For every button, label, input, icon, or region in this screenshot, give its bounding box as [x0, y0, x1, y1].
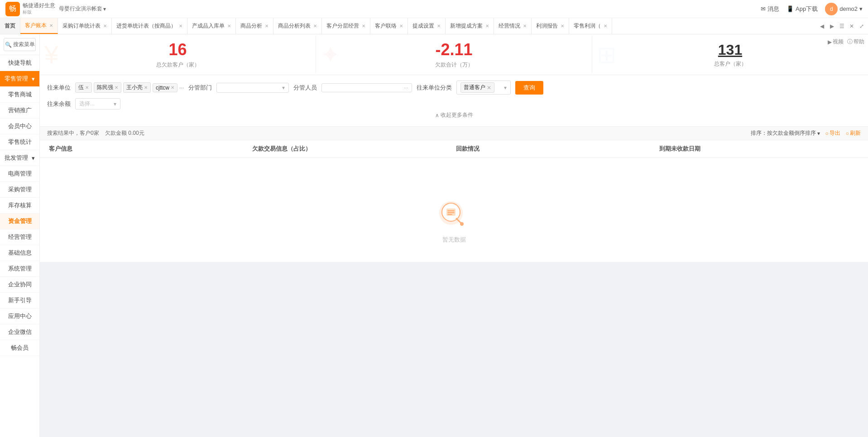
user-menu[interactable]: d demo2 ▾	[825, 3, 863, 15]
tab-product-in[interactable]: 产成品入库单 ✕	[187, 18, 236, 34]
tab-stock[interactable]: 进货单统计表（按商品） ✕	[112, 18, 187, 34]
svg-point-4	[460, 222, 464, 226]
tab-ledger[interactable]: 客户账本 ✕	[20, 18, 58, 34]
filter-more-button[interactable]: ···	[179, 85, 184, 91]
person-more-button[interactable]: ···	[404, 85, 408, 90]
tab-goods-list[interactable]: 商品分析列表 ✕	[273, 18, 322, 34]
sidebar-item-quick-nav[interactable]: 快捷导航	[0, 55, 39, 71]
close-icon[interactable]: ✕	[561, 24, 564, 28]
help-icon: ⓘ	[847, 38, 853, 46]
remove-category-tag[interactable]: ✕	[487, 85, 491, 91]
tabs-prev-button[interactable]: ◀	[817, 22, 826, 31]
tabs-next-button[interactable]: ▶	[827, 22, 836, 31]
close-icon[interactable]: ✕	[604, 24, 607, 28]
unit-label: 往来单位	[47, 84, 71, 92]
close-icon[interactable]: ✕	[362, 24, 365, 28]
dept-select[interactable]: ▾	[216, 83, 289, 93]
person-input[interactable]: ···	[321, 83, 412, 92]
search-result-bar: 搜索结果中，客户0家 欠款金额 0.00元 排序：按欠款金额倒序排序 ▾ ○ 导…	[40, 127, 868, 140]
message-button[interactable]: ✉ 消息	[761, 5, 779, 13]
sidebar-item-base-info[interactable]: 基础信息	[0, 245, 39, 261]
sidebar-item-app-center[interactable]: 应用中心	[0, 309, 39, 324]
remove-tag-chen[interactable]: ✕	[115, 85, 118, 90]
tabs-expand-button[interactable]: ⤢	[857, 22, 866, 31]
tab-retail-profit[interactable]: 零售利润（ ✕	[569, 18, 612, 34]
sidebar-item-retail-mall[interactable]: 零售商城	[0, 87, 39, 103]
tab-commission-set[interactable]: 提成设置 ✕	[408, 18, 446, 34]
sidebar-item-system-mgmt[interactable]: 系统管理	[0, 261, 39, 277]
collapse-button[interactable]: ∧ 收起更多条件	[435, 111, 473, 119]
tab-home[interactable]: 首页	[0, 18, 20, 34]
stat-clients-label: 总客户（家）	[714, 60, 747, 68]
retail-profit-tab-label: 零售利润（	[574, 22, 601, 30]
sidebar-item-retail-mgmt[interactable]: 零售管理 ▾	[0, 71, 39, 87]
refresh-icon: ○	[846, 130, 849, 137]
col-customer-info: 客户信息	[47, 145, 250, 153]
tabs-close-all-button[interactable]: ✕	[847, 22, 856, 31]
category-select[interactable]: 普通客户 ✕ ▾	[456, 81, 511, 95]
tab-purchase[interactable]: 采购订单统计表 ✕	[58, 18, 112, 34]
remove-tag-wang[interactable]: ✕	[144, 85, 148, 90]
stat-customers-label: 总欠款客户（家）	[156, 61, 200, 69]
top-bar-left: 畅 畅捷通好生意 标版 母婴行业演示帐套 ▾	[5, 2, 106, 16]
query-button[interactable]: 查询	[515, 81, 543, 95]
sidebar-item-new-guide[interactable]: 新手引导	[0, 293, 39, 309]
sidebar-item-inventory[interactable]: 库存核算	[0, 198, 39, 214]
close-icon[interactable]: ✕	[179, 24, 182, 28]
sort-selector[interactable]: 排序：按欠款金额倒序排序 ▾	[751, 129, 820, 137]
search-menu-button[interactable]: 🔍 搜索菜单	[4, 38, 36, 51]
close-icon[interactable]: ✕	[485, 24, 489, 28]
close-icon[interactable]: ✕	[523, 24, 527, 28]
filter-tag-wu: 伍 ✕	[75, 82, 92, 93]
remove-tag-wu[interactable]: ✕	[85, 85, 89, 90]
product-in-tab-label: 产成品入库单	[192, 22, 225, 30]
close-icon[interactable]: ✕	[227, 24, 231, 28]
sidebar-item-finance[interactable]: 资金管理	[0, 214, 39, 229]
sidebar-item-enterprise-wechat[interactable]: 企业微信	[0, 324, 39, 340]
sidebar-item-marketing[interactable]: 营销推广	[0, 103, 39, 119]
close-icon[interactable]: ✕	[399, 24, 403, 28]
tab-commission-new[interactable]: 新增提成方案 ✕	[446, 18, 494, 34]
video-button[interactable]: ▶ 视频	[828, 38, 844, 46]
close-icon[interactable]: ✕	[313, 24, 317, 28]
sidebar-item-enterprise[interactable]: 企业协同	[0, 277, 39, 293]
help-button[interactable]: ⓘ 帮助	[847, 38, 864, 46]
tab-customer-contact[interactable]: 客户联络 ✕	[370, 18, 408, 34]
circle-icon: ○	[825, 130, 829, 137]
close-icon[interactable]: ✕	[437, 24, 441, 28]
nav-tabs: 首页 客户账本 ✕ 采购订单统计表 ✕ 进货单统计表（按商品） ✕ 产成品入库单…	[0, 18, 868, 34]
chevron-down-icon: ▾	[859, 5, 863, 12]
tab-goods-analysis[interactable]: 商品分析 ✕	[236, 18, 273, 34]
sidebar-item-ecommerce[interactable]: 电商管理	[0, 166, 39, 182]
sidebar-item-member-center[interactable]: 会员中心	[0, 119, 39, 134]
stat-total-clients: ⊞ 131 总客户（家）	[592, 37, 868, 72]
chevron-down-icon: ▾	[103, 6, 106, 12]
content-area: ¥ 16 总欠款客户（家） ✦ -2.11 欠款合计（万） ⊞ 131 总客户（…	[40, 34, 868, 437]
refresh-button[interactable]: ○ 刷新	[846, 129, 861, 137]
close-icon[interactable]: ✕	[103, 24, 107, 28]
sidebar-item-purchase-mgmt[interactable]: 采购管理	[0, 182, 39, 198]
close-icon[interactable]: ✕	[49, 23, 53, 28]
app-download-button[interactable]: 📱 App下载	[786, 5, 818, 13]
message-icon: ✉	[761, 5, 766, 12]
col-due-date: 到期未收款日期	[657, 145, 861, 153]
customer-layer-tab-label: 客户分层经营	[326, 22, 359, 30]
sidebar-item-retail-stats[interactable]: 零售统计	[0, 134, 39, 150]
sidebar-search-area: 🔍 搜索菜单	[0, 34, 39, 55]
category-tag: 普通客户 ✕	[460, 82, 494, 93]
export-button[interactable]: ○ 导出	[825, 129, 840, 137]
tab-operation[interactable]: 经营情况 ✕	[494, 18, 532, 34]
balance-select[interactable]: 选择... ▾	[75, 98, 120, 109]
close-icon[interactable]: ✕	[265, 24, 269, 28]
tab-profit[interactable]: 利润报告 ✕	[532, 18, 569, 34]
remove-tag-cjttcw[interactable]: ✕	[171, 85, 174, 90]
data-table: 客户信息 欠款交易信息（占比） 回款情况 到期未收款日期	[40, 140, 868, 262]
sidebar-item-vip-member[interactable]: 畅会员	[0, 340, 39, 356]
tabs-menu-button[interactable]: ☰	[837, 22, 846, 31]
sidebar-item-operations-mgmt[interactable]: 经营管理	[0, 229, 39, 245]
account-dropdown[interactable]: 母婴行业演示帐套 ▾	[59, 5, 106, 13]
stat-bg-yuan-icon: ¥	[44, 40, 58, 69]
tab-customer-layer[interactable]: 客户分层经营 ✕	[322, 18, 370, 34]
sidebar-item-wholesale-mgmt[interactable]: 批发管理 ▾	[0, 150, 39, 166]
goods-list-tab-label: 商品分析列表	[278, 22, 311, 30]
